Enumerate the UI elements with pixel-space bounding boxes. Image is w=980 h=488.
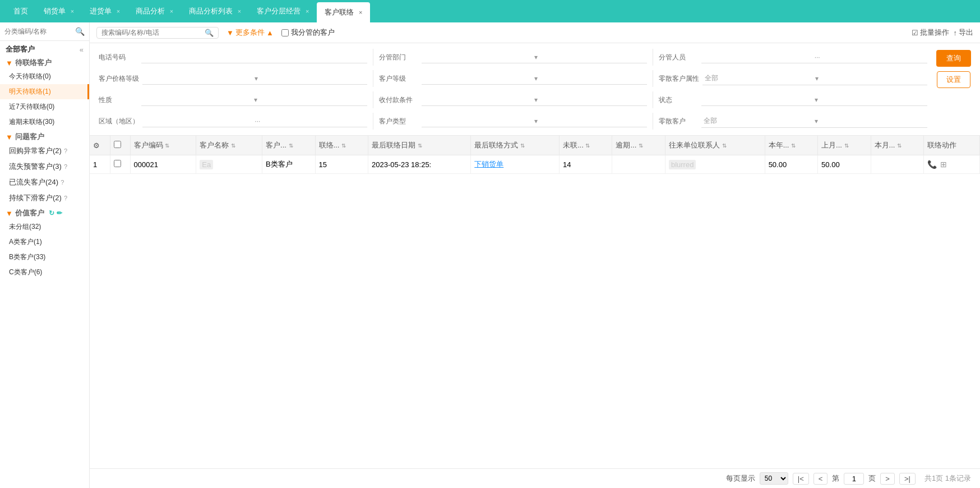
- td-index: 1: [90, 155, 110, 174]
- th-checkbox[interactable]: [110, 136, 130, 155]
- nav-customer-tier[interactable]: 客户分层经营 ×: [249, 0, 317, 22]
- td-last-month: 50.00: [818, 155, 871, 174]
- sidebar-item-tomorrow[interactable]: 明天待联络(1): [0, 84, 89, 99]
- set-button[interactable]: 设置: [937, 71, 970, 88]
- sort-overdue-icon: ⇅: [639, 142, 643, 149]
- close-customer-contact-icon[interactable]: ×: [359, 9, 362, 16]
- th-type[interactable]: 客户... ⇅: [262, 136, 315, 155]
- sidebar-item-7days[interactable]: 近7天待联络(0): [0, 99, 89, 114]
- table-row: 1 000021 Ea B类客户 15 2023-05-23 18:25: 下销…: [90, 155, 980, 174]
- th-last-month[interactable]: 上月... ⇅: [818, 136, 871, 155]
- collapse-icon[interactable]: «: [80, 45, 84, 54]
- th-code[interactable]: 客户编码 ⇅: [130, 136, 196, 155]
- person-select[interactable]: ···: [701, 52, 927, 63]
- nature-label: 性质: [99, 95, 138, 105]
- more-conditions-btn[interactable]: ▼ 更多条件 ▲: [223, 26, 277, 39]
- search-icon[interactable]: 🔍: [205, 29, 214, 37]
- th-contact-person[interactable]: 往来单位联系人 ⇅: [665, 136, 765, 155]
- td-contact-count: 15: [315, 155, 368, 174]
- customer-level-label: 客户等级: [379, 74, 418, 84]
- nature-select[interactable]: ▾: [141, 94, 367, 106]
- payment-select[interactable]: ▾: [422, 94, 648, 106]
- batch-op-btn[interactable]: ☑ 批量操作: [912, 27, 949, 38]
- close-purchase-icon[interactable]: ×: [117, 8, 120, 15]
- all-customers-section: 全部客户 «: [0, 41, 89, 56]
- filter-buttons: 查询 设置: [936, 49, 971, 88]
- all-customers-label[interactable]: 全部客户: [6, 44, 35, 54]
- sidebar-item-ungroup[interactable]: 未分组(32): [0, 219, 89, 234]
- nav-product-list[interactable]: 商品分析列表 ×: [181, 0, 249, 22]
- th-uncontacted[interactable]: 未联... ⇅: [559, 136, 612, 155]
- edit-icon[interactable]: ✏: [57, 209, 62, 217]
- sidebar-item-class-b[interactable]: B类客户(33): [0, 250, 89, 265]
- td-this-month: [871, 155, 923, 174]
- sidebar-search-icon[interactable]: 🔍: [75, 27, 85, 36]
- retail-customer-select[interactable]: 全部 ▾: [701, 114, 927, 128]
- action-grid-icon[interactable]: ⊞: [940, 160, 947, 169]
- td-code: 000021: [130, 155, 196, 174]
- sidebar-item-warning[interactable]: 流失预警客户(3) ?: [0, 159, 89, 174]
- th-this-month[interactable]: 本月... ⇅: [871, 136, 923, 155]
- row-checkbox[interactable]: [114, 160, 121, 167]
- th-settings[interactable]: ⚙: [90, 136, 110, 155]
- page-number-input[interactable]: [844, 473, 864, 485]
- filter-price-level: 客户价格等级 ▾: [99, 73, 367, 85]
- sidebar-item-lost[interactable]: 已流失客户(24) ?: [0, 174, 89, 190]
- th-last-method[interactable]: 最后联络方式 ⇅: [471, 136, 560, 155]
- query-button[interactable]: 查询: [936, 50, 971, 67]
- th-overdue[interactable]: 逾期... ⇅: [612, 136, 665, 155]
- my-customers-checkbox-label[interactable]: 我分管的客户: [281, 27, 335, 38]
- retail-attr-select[interactable]: 全部 ▾: [702, 72, 927, 85]
- close-sales-icon[interactable]: ×: [71, 8, 74, 15]
- filter-payment: 收付款条件 ▾: [379, 94, 648, 106]
- phone-input[interactable]: [141, 52, 367, 63]
- sort-contact-count-icon: ⇅: [341, 142, 346, 149]
- sidebar-item-class-c[interactable]: C类客户(6): [0, 265, 89, 280]
- table-area: ⚙ 客户编码 ⇅ 客户名称 ⇅ 客户... ⇅ 联络... ⇅ 最后联络日期 ⇅…: [90, 136, 980, 468]
- select-all-checkbox[interactable]: [114, 141, 121, 148]
- filter-phone: 电话号码: [99, 52, 367, 63]
- search-input[interactable]: [101, 29, 202, 36]
- export-btn[interactable]: ↑ 导出: [954, 27, 974, 38]
- customer-level-select[interactable]: ▾: [422, 73, 648, 85]
- nav-product-analysis[interactable]: 商品分析 ×: [128, 0, 181, 22]
- dept-select[interactable]: ▾: [422, 52, 648, 63]
- last-method-link[interactable]: 下销货单: [474, 160, 503, 168]
- th-last-date[interactable]: 最后联络日期 ⇅: [368, 136, 470, 155]
- sidebar-item-abnormal[interactable]: 回购异常客户(2) ?: [0, 143, 89, 159]
- sidebar-item-declining[interactable]: 持续下滑客户(2) ?: [0, 190, 89, 206]
- customer-type-select[interactable]: ▾: [422, 116, 648, 127]
- my-customers-checkbox[interactable]: [281, 29, 289, 36]
- nature-chevron: ▾: [254, 96, 364, 104]
- status-select[interactable]: ▾: [701, 94, 927, 106]
- td-checkbox[interactable]: [110, 155, 130, 174]
- action-phone-icon[interactable]: 📞: [927, 160, 937, 169]
- close-customer-tier-icon[interactable]: ×: [306, 8, 309, 15]
- price-level-select[interactable]: ▾: [142, 73, 367, 85]
- close-product-analysis-icon[interactable]: ×: [170, 8, 173, 15]
- retail-attr-label: 零散客户属性: [659, 74, 699, 84]
- area-label: 区域（地区）: [99, 117, 139, 126]
- prev-page-btn[interactable]: <: [813, 473, 828, 485]
- first-page-btn[interactable]: |<: [793, 473, 809, 485]
- next-page-btn[interactable]: >: [880, 473, 895, 485]
- sidebar-item-class-a[interactable]: A类客户(1): [0, 234, 89, 250]
- close-product-list-icon[interactable]: ×: [238, 8, 241, 15]
- td-last-method[interactable]: 下销货单: [471, 155, 560, 174]
- nav-customer-contact[interactable]: 客户联络 ×: [317, 2, 370, 22]
- person-label: 分管人员: [659, 53, 698, 62]
- th-name[interactable]: 客户名称 ⇅: [196, 136, 262, 155]
- refresh-icon[interactable]: ↻: [49, 209, 54, 217]
- nav-purchase[interactable]: 进货单 ×: [82, 0, 128, 22]
- sidebar-search-input[interactable]: [4, 27, 75, 35]
- sort-uncontacted-icon: ⇅: [585, 142, 590, 149]
- th-contact-count[interactable]: 联络... ⇅: [315, 136, 368, 155]
- sidebar-item-today[interactable]: 今天待联络(0): [0, 69, 89, 84]
- th-this-year[interactable]: 本年... ⇅: [765, 136, 817, 155]
- nav-home[interactable]: 首页: [6, 0, 36, 22]
- sidebar-item-overdue[interactable]: 逾期未联络(30): [0, 114, 89, 130]
- area-select[interactable]: ···: [142, 116, 367, 127]
- last-page-btn[interactable]: >|: [899, 473, 916, 485]
- page-size-select[interactable]: 50 100 200: [760, 472, 788, 485]
- nav-sales[interactable]: 销货单 ×: [36, 0, 82, 22]
